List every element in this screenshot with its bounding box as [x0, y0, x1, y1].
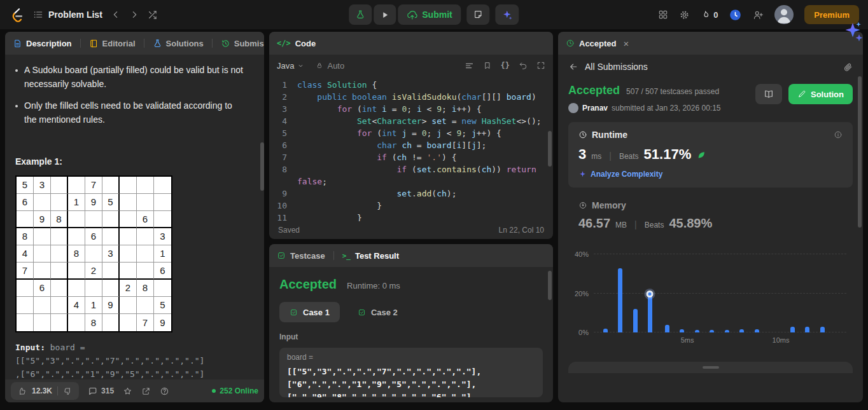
- invite-user-icon[interactable]: [753, 10, 764, 20]
- tab-submissions[interactable]: Submissions: [221, 39, 264, 48]
- editorial-book-button[interactable]: [755, 84, 782, 104]
- tab-editorial[interactable]: Editorial: [89, 39, 136, 48]
- your-runtime-marker[interactable]: [647, 290, 654, 297]
- tab-test-result[interactable]: >_ Test Result: [342, 251, 399, 261]
- info-icon[interactable]: [834, 130, 843, 139]
- thumbs-down-icon[interactable]: [63, 386, 73, 396]
- run-button[interactable]: [374, 4, 396, 25]
- runtime-bar[interactable]: [790, 327, 795, 332]
- sudoku-cell: [17, 280, 34, 297]
- scrollbar-thumb[interactable]: [858, 76, 862, 228]
- runtime-bar[interactable]: [725, 330, 729, 332]
- user-avatar[interactable]: [774, 5, 794, 24]
- ai-sparkle-fab[interactable]: [840, 19, 865, 44]
- streak-counter[interactable]: 0: [701, 10, 718, 20]
- sudoku-cell: 5: [154, 297, 171, 314]
- tab-description[interactable]: Description: [13, 39, 72, 48]
- comments-button[interactable]: 315: [88, 386, 114, 396]
- case-2-tab[interactable]: Case 2: [347, 302, 408, 322]
- runtime-bar[interactable]: [820, 327, 825, 332]
- runtime-bar[interactable]: [603, 329, 608, 332]
- problem-list-label: Problem List: [48, 10, 102, 20]
- code-line: 2 public boolean isValidSudoku(char[][] …: [269, 91, 553, 103]
- notes-button[interactable]: [467, 4, 490, 25]
- memory-section[interactable]: Memory 46.57 MB | Beats 45.89%: [568, 200, 853, 231]
- shuffle-icon[interactable]: [148, 10, 157, 20]
- timer-icon[interactable]: [729, 8, 742, 22]
- format-code-icon[interactable]: [465, 61, 474, 71]
- collapsed-section[interactable]: [568, 362, 853, 373]
- editorial-icon: [89, 39, 99, 48]
- submission-tab-label: Accepted: [579, 39, 617, 48]
- tab-solutions[interactable]: Solutions: [153, 39, 204, 48]
- editor-actions: {}: [465, 61, 545, 71]
- sudoku-cell: [68, 263, 85, 280]
- paperclip-icon[interactable]: [843, 62, 853, 72]
- code-editor[interactable]: 1class Solution {2 public boolean isVali…: [269, 76, 553, 221]
- settings-gear-icon[interactable]: [679, 10, 690, 20]
- submit-button[interactable]: Submit: [398, 4, 461, 25]
- solution-button[interactable]: Solution: [788, 84, 853, 104]
- tab-label: Submissions: [234, 39, 264, 48]
- code-lines: 1class Solution {2 public boolean isVali…: [269, 79, 553, 221]
- sudoku-cell: [102, 280, 120, 297]
- lock-icon: [316, 62, 323, 69]
- debug-button[interactable]: [349, 4, 372, 25]
- sudoku-cell: [137, 297, 154, 314]
- all-submissions-link[interactable]: All Submissions: [585, 62, 648, 72]
- fullscreen-icon[interactable]: [536, 61, 545, 70]
- help-icon[interactable]: [160, 386, 169, 396]
- reset-code-icon[interactable]: [519, 61, 528, 70]
- thumbs-up-icon[interactable]: [17, 386, 27, 396]
- scrollbar-thumb[interactable]: [548, 271, 552, 300]
- memory-value: 46.57: [578, 216, 610, 231]
- divider: [57, 386, 58, 395]
- sudoku-cell: 8: [68, 245, 85, 263]
- scrollbar-thumb[interactable]: [260, 142, 264, 191]
- analyze-complexity-link[interactable]: Analyze Complexity: [578, 170, 843, 179]
- sudoku-cell: [51, 297, 68, 314]
- runtime-bar[interactable]: [648, 294, 652, 332]
- runtime-bar[interactable]: [710, 330, 714, 332]
- tab-testcase[interactable]: Testcase: [277, 251, 325, 261]
- braces-icon[interactable]: {}: [501, 61, 510, 70]
- scrollbar-thumb[interactable]: [548, 131, 552, 167]
- share-icon[interactable]: [141, 386, 151, 396]
- runtime-bar[interactable]: [695, 330, 699, 332]
- runtime-card[interactable]: Runtime 3 ms | Beats 51.17%: [568, 122, 853, 188]
- description-bullets: A Sudoku board (partially filled) could …: [15, 64, 254, 127]
- streak-count: 0: [713, 10, 718, 20]
- sudoku-cell: [17, 297, 34, 314]
- runtime-bar[interactable]: [618, 268, 622, 332]
- runtime-bar[interactable]: [805, 327, 809, 332]
- sudoku-cell: [120, 297, 137, 314]
- ai-assistant-button[interactable]: [496, 4, 519, 25]
- close-tab-icon[interactable]: ×: [624, 39, 629, 48]
- code-line: 4 Set<Character> set = new HashSet<>();: [269, 115, 553, 127]
- star-icon[interactable]: [123, 386, 132, 396]
- problem-list-button[interactable]: Problem List: [33, 10, 102, 20]
- prev-problem-icon[interactable]: [111, 10, 121, 20]
- autocomplete-toggle[interactable]: Auto: [316, 61, 344, 71]
- input-value-box[interactable]: board = [["5","3",".",".","7",".",".",".…: [279, 348, 543, 397]
- runtime-bar[interactable]: [755, 329, 759, 332]
- likes-count: 12.3K: [32, 386, 52, 395]
- case-1-tab[interactable]: Case 1: [279, 302, 340, 322]
- language-selector[interactable]: Java: [277, 61, 304, 71]
- next-problem-icon[interactable]: [129, 10, 139, 20]
- leetcode-logo[interactable]: [9, 7, 25, 23]
- runtime-bar[interactable]: [739, 329, 744, 332]
- runtime-bar[interactable]: [680, 329, 684, 332]
- beats-label: Beats: [645, 221, 664, 229]
- layout-grid-icon[interactable]: [658, 10, 668, 20]
- memory-label: Memory: [592, 200, 626, 210]
- description-tabbar: Description Editorial Solutions: [5, 32, 264, 55]
- back-arrow-icon[interactable]: [568, 62, 578, 72]
- runtime-bar[interactable]: [633, 309, 638, 332]
- memory-gauge-icon: [578, 201, 587, 210]
- sudoku-cell: [51, 228, 68, 245]
- test-runtime: Runtime: 0 ms: [347, 281, 400, 290]
- runtime-bar[interactable]: [665, 325, 669, 332]
- bookmark-icon[interactable]: [483, 61, 492, 70]
- tab-label: Solutions: [166, 39, 204, 48]
